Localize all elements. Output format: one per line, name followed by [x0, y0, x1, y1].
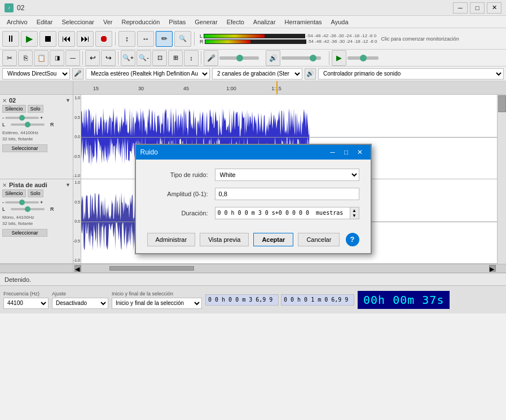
menu-generar[interactable]: Generar: [190, 17, 222, 26]
accept-button[interactable]: Aceptar: [253, 233, 293, 246]
dialog-maximize-btn[interactable]: □: [340, 147, 353, 157]
manage-button[interactable]: Administrar: [147, 233, 196, 246]
play-button[interactable]: ▶: [21, 31, 38, 47]
input-vol-thumb[interactable]: [236, 55, 243, 61]
window-controls[interactable]: ─ □ ✕: [453, 2, 501, 14]
stop-button[interactable]: ⏹: [39, 31, 56, 47]
speaker-icon-button[interactable]: 🔊: [305, 68, 316, 79]
menu-reproduccion[interactable]: Reproducción: [117, 17, 164, 26]
silence-button[interactable]: —: [65, 50, 80, 66]
track-1-close[interactable]: ✕: [2, 98, 7, 104]
maximize-button[interactable]: □: [470, 2, 485, 14]
menu-herramientas[interactable]: Herramientas: [280, 17, 327, 26]
pause-button[interactable]: ⏸: [2, 31, 19, 47]
noise-type-select[interactable]: White Pink Brownian: [215, 169, 359, 181]
track-1-yaxis: 1.0 0.5 0.0 -0.5 -1.0: [73, 95, 81, 179]
track-2-silence-btn[interactable]: Silencio: [2, 189, 26, 197]
trim-button[interactable]: ◨: [50, 50, 64, 66]
yaxis2-0.5: 0.5: [74, 200, 80, 204]
draw-tool[interactable]: ✏: [156, 31, 173, 47]
vu-bar-r: [205, 39, 306, 44]
track-2-name-row: ✕ Pista de audi ▼: [2, 182, 71, 188]
menu-ayuda[interactable]: Ayuda: [327, 17, 353, 26]
speed-thumb[interactable]: [360, 55, 367, 61]
dialog-window-controls[interactable]: ─ □ ✕: [327, 147, 366, 157]
vu-click-label[interactable]: Clic para comenzar monitorización: [381, 36, 459, 42]
help-button[interactable]: ?: [346, 233, 359, 246]
menu-ver[interactable]: Ver: [99, 17, 117, 26]
rewind-button[interactable]: ⏮: [58, 31, 75, 47]
menu-seleccionar[interactable]: Seleccionar: [57, 17, 98, 26]
vscroll-thumb[interactable]: [498, 95, 506, 112]
dialog-close-btn[interactable]: ✕: [354, 147, 366, 157]
ruler-mark-30: 30: [118, 86, 164, 91]
speaker-button[interactable]: 🔊: [266, 50, 280, 66]
track-1-minus: -: [2, 115, 4, 121]
hscroll-right-arrow[interactable]: ▶: [489, 265, 496, 272]
menu-efecto[interactable]: Efecto: [222, 17, 249, 26]
undo-button[interactable]: ↩: [85, 50, 100, 66]
vscrollbar[interactable]: [497, 95, 506, 264]
play-at-speed-button[interactable]: ▶: [332, 50, 346, 66]
record-button[interactable]: ⏺: [95, 31, 112, 47]
cancel-button[interactable]: Cancelar: [298, 233, 340, 246]
paste-button[interactable]: 📋: [34, 50, 49, 66]
hscroll-thumb[interactable]: [109, 266, 194, 271]
track-2-plus: +: [40, 200, 43, 205]
envelope-tool[interactable]: ↔: [137, 31, 154, 47]
input-device-select[interactable]: Windows DirectSou: [2, 68, 70, 79]
zoom-out-button[interactable]: 🔍-: [137, 50, 151, 66]
selection-type-select[interactable]: Inicio y final de la selección: [112, 298, 202, 309]
menu-analizar[interactable]: Analizar: [249, 17, 280, 26]
sep4: [118, 51, 118, 65]
dialog-minimize-btn[interactable]: ─: [327, 147, 339, 157]
amplitude-input[interactable]: [215, 188, 359, 200]
track-2-solo-btn[interactable]: Solo: [28, 189, 43, 197]
menu-archivo[interactable]: Archivo: [2, 17, 32, 26]
output-device-select[interactable]: Controlador primario de sonido: [318, 68, 504, 79]
track-1-solo-btn[interactable]: Solo: [28, 105, 43, 113]
hscrollbar[interactable]: ◀ ▶: [0, 264, 506, 273]
amplitude-field: [215, 188, 359, 200]
zoom-tool2[interactable]: ↕: [184, 50, 199, 66]
track-1-pan-thumb[interactable]: [25, 122, 30, 127]
preview-button[interactable]: Vista previa: [200, 233, 249, 246]
minimize-button[interactable]: ─: [453, 2, 468, 14]
mic-icon-button[interactable]: 🎤: [72, 68, 83, 79]
track-1-silence-btn[interactable]: Silencio: [2, 105, 26, 113]
start-time-input[interactable]: [205, 294, 279, 306]
ruler-spacer: [0, 81, 73, 94]
track-2-close[interactable]: ✕: [2, 182, 7, 188]
output-vol-thumb[interactable]: [310, 55, 316, 61]
channels-select[interactable]: 2 canales de grabación (Ster: [212, 68, 302, 79]
zoom-in-button[interactable]: 🔍+: [121, 50, 135, 66]
track-1-vol-thumb[interactable]: [19, 115, 25, 121]
forward-button[interactable]: ⏭: [77, 31, 94, 47]
menu-pistas[interactable]: Pistas: [164, 17, 190, 26]
adjust-select[interactable]: Desactivado: [52, 298, 108, 309]
cut-button[interactable]: ✂: [2, 50, 17, 66]
track-2-select-btn[interactable]: Seleccionar: [2, 229, 47, 237]
close-button[interactable]: ✕: [487, 2, 501, 14]
zoom-sel-button[interactable]: ⊡: [152, 50, 167, 66]
track-1-dropdown[interactable]: ▼: [65, 98, 71, 103]
track-1-select-btn[interactable]: Seleccionar: [2, 144, 47, 152]
menu-editar[interactable]: Editar: [32, 17, 58, 26]
track-2-vol-thumb[interactable]: [19, 200, 25, 205]
select-tool[interactable]: ↕: [118, 31, 135, 47]
mic-button[interactable]: 🎤: [204, 50, 218, 66]
yaxis2-m1.0: -1.0: [73, 258, 80, 262]
duration-spinner[interactable]: ▲▼: [350, 207, 359, 219]
zoom-tool[interactable]: 🔍: [174, 31, 191, 47]
hscroll-track[interactable]: ◀ ▶: [73, 264, 497, 272]
duration-input[interactable]: [215, 207, 350, 219]
freq-select[interactable]: 44100: [3, 298, 49, 309]
zoom-fit-button[interactable]: ⊞: [168, 50, 183, 66]
hscroll-left-arrow[interactable]: ◀: [74, 265, 81, 272]
track-2-dropdown[interactable]: ▼: [65, 182, 71, 188]
end-time-input[interactable]: [281, 294, 354, 306]
track-2-pan-thumb[interactable]: [25, 206, 30, 212]
mix-device-select[interactable]: Mezcla estéreo (Realtek High Definition …: [86, 68, 210, 79]
redo-button[interactable]: ↪: [101, 50, 116, 66]
copy-button[interactable]: ⎘: [18, 50, 33, 66]
